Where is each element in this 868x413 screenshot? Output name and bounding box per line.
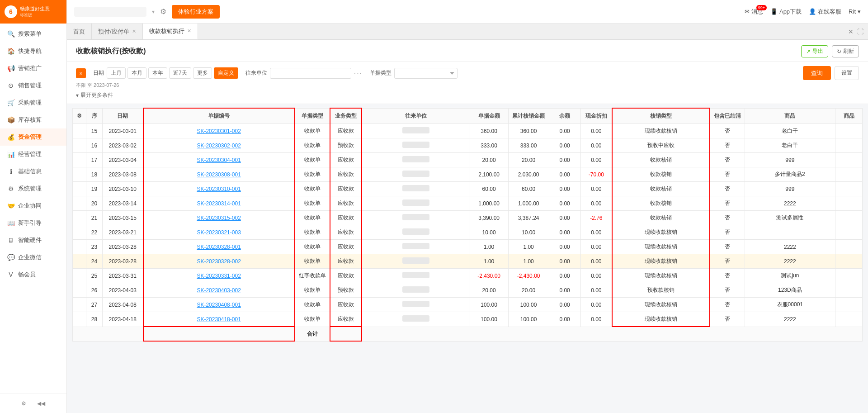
sidebar-item-member[interactable]: V畅会员 — [0, 266, 66, 283]
cell-gear — [73, 196, 86, 211]
sn-link[interactable]: SK-20230403-002 — [197, 287, 241, 294]
cell-cumul: 100.00 — [508, 312, 549, 327]
cell-doctype: 收款单 — [295, 167, 330, 182]
sidebar-item-search[interactable]: 🔍搜索菜单 — [0, 25, 66, 43]
tab-close-prepay-icon[interactable]: ✕ — [132, 28, 136, 34]
topbar-right: ✉ 消息 99+ 📱 App下载 👤 在线客服 Rit ▾ — [745, 8, 861, 16]
sidebar-collapse-btn[interactable]: ◀◀ — [33, 398, 50, 409]
cell-goods: 老白干 — [745, 124, 835, 138]
tab-close-all-icon[interactable]: ✕ — [848, 28, 854, 35]
sidebar-item-system[interactable]: ⚙系统管理 — [0, 180, 66, 197]
sn-link[interactable]: SK-20230328-001 — [197, 244, 241, 250]
cell-amount: 360.00 — [470, 124, 508, 138]
sn-link[interactable]: SK-20230418-001 — [197, 316, 241, 323]
sidebar-item-inventory[interactable]: 📦库存核算 — [0, 111, 66, 128]
sn-link[interactable]: SK-20230310-001 — [197, 186, 241, 192]
solution-button[interactable]: 体验行业方案 — [172, 5, 220, 19]
cell-goods2 — [835, 298, 863, 312]
sidebar-icon-guide: 📖 — [7, 219, 14, 227]
table-row: 24 2023-03-28 SK-20230328-002 收款单 应收款 1.… — [73, 254, 863, 269]
table-row: 27 2023-04-08 SK-20230408-001 收款单 应收款 10… — [73, 298, 863, 312]
refresh-button[interactable]: ↻ 刷新 — [832, 45, 859, 57]
tab-label-prepay: 预付/应付单 — [98, 28, 129, 36]
cell-date: 2023-04-18 — [103, 312, 143, 327]
last-month-btn[interactable]: 上月 — [107, 67, 126, 79]
settings-button[interactable]: 设置 — [835, 66, 859, 80]
sidebar-icon-search: 🔍 — [7, 30, 14, 38]
sidebar-item-ops[interactable]: 📊经营管理 — [0, 146, 66, 163]
cell-partner — [362, 196, 470, 211]
tab-home[interactable]: 首页 — [67, 24, 92, 39]
sidebar-item-purchase[interactable]: 🛒采购管理 — [0, 94, 66, 111]
user-menu[interactable]: Rit ▾ — [849, 8, 861, 15]
sidebar-item-guide[interactable]: 📖新手引导 — [0, 214, 66, 232]
table-row: 22 2023-03-21 SK-20230321-003 收款单 应收款 10… — [73, 225, 863, 240]
this-month-btn[interactable]: 本月 — [127, 67, 146, 79]
message-button[interactable]: ✉ 消息 99+ — [745, 8, 763, 16]
sidebar-item-finance[interactable]: 💰资金管理 — [0, 128, 66, 146]
table-wrapper[interactable]: ⚙ 序 日期 单据编号 单据类型 业务类型 往来单位 单据金额 累计核销金额 余… — [67, 104, 868, 413]
sn-link[interactable]: SK-20230408-001 — [197, 302, 241, 308]
export-button[interactable]: ↗ 导出 — [801, 45, 828, 57]
tab-maximize-icon[interactable]: ⛶ — [857, 28, 863, 35]
sidebar-item-marketing[interactable]: 📢营销推广 — [0, 60, 66, 77]
app-download-button[interactable]: 📱 App下载 — [770, 8, 802, 16]
cell-goods2 — [835, 312, 863, 327]
sidebar-label-member: 畅会员 — [18, 271, 36, 279]
sidebar-item-base[interactable]: ℹ基础信息 — [0, 163, 66, 180]
sn-link[interactable]: SK-20230331-002 — [197, 273, 241, 279]
this-year-btn[interactable]: 本年 — [148, 67, 167, 79]
sidebar-item-corp[interactable]: 🤝企业协同 — [0, 197, 66, 214]
sn-link[interactable]: SK-20230308-001 — [197, 171, 241, 178]
cell-biztype: 应收款 — [330, 153, 362, 167]
custom-date-btn[interactable]: 自定义 — [214, 67, 238, 79]
cell-gear — [73, 182, 86, 196]
sidebar-item-sales[interactable]: ⊙销售管理 — [0, 77, 66, 94]
sn-link[interactable]: SK-20230302-002 — [197, 142, 241, 149]
online-service-button[interactable]: 👤 在线客服 — [809, 8, 841, 16]
sidebar-item-hardware[interactable]: 🖥智能硬件 — [0, 232, 66, 249]
sidebar-label-search: 搜索菜单 — [18, 30, 42, 38]
partner-filter-input[interactable] — [270, 68, 351, 79]
partner-blur — [402, 127, 429, 133]
sidebar-label-system: 系统管理 — [18, 185, 42, 193]
cell-goods: 999 — [745, 153, 835, 167]
query-button[interactable]: 查询 — [803, 66, 831, 80]
sn-link[interactable]: SK-20230314-001 — [197, 200, 241, 207]
cell-no: 20 — [86, 196, 103, 211]
sn-link[interactable]: SK-20230328-002 — [197, 258, 241, 265]
cell-cumul: 20.00 — [508, 283, 549, 298]
expand-filter-button[interactable]: ▾ 展开更多条件 — [76, 91, 859, 99]
sn-link[interactable]: SK-20230321-003 — [197, 229, 241, 236]
partner-blur — [402, 286, 429, 293]
tab-close-write-off-icon[interactable]: ✕ — [187, 28, 191, 34]
cell-sn: SK-20230301-002 — [143, 124, 295, 138]
sidebar-settings-btn[interactable]: ⚙ — [17, 398, 31, 409]
cell-discount: 0.00 — [580, 138, 612, 153]
topbar-gear-icon[interactable]: ⚙ — [160, 7, 166, 16]
doctype-filter-select[interactable] — [394, 68, 458, 79]
page-header-actions: ↗ 导出 ↻ 刷新 — [801, 45, 859, 57]
filter-toggle-button[interactable]: » — [76, 68, 86, 78]
sn-link[interactable]: SK-20230304-001 — [197, 157, 241, 163]
sidebar-icon-inventory: 📦 — [7, 116, 14, 123]
more-date-btn[interactable]: 更多 — [193, 67, 212, 79]
sidebar-label-ops: 经营管理 — [18, 150, 42, 158]
sidebar-item-shortcuts[interactable]: 🏠快捷导航 — [0, 43, 66, 60]
cell-partner — [362, 254, 470, 269]
table-row: 21 2023-03-15 SK-20230315-002 收款单 应收款 3,… — [73, 211, 863, 225]
sidebar-icon-sales: ⊙ — [7, 82, 14, 89]
tab-prepay[interactable]: 预付/应付单✕ — [92, 24, 143, 39]
cell-writetype: 收款核销 — [612, 153, 709, 167]
date-options: 上月 本月 本年 近7天 更多 自定义 — [107, 67, 238, 79]
cell-goods: 测试多属性 — [745, 211, 835, 225]
sn-link[interactable]: SK-20230315-002 — [197, 215, 241, 221]
sidebar-item-wechat[interactable]: 💬企业微信 — [0, 249, 66, 266]
sn-link[interactable]: SK-20230301-002 — [197, 128, 241, 134]
last-7days-btn[interactable]: 近7天 — [169, 67, 191, 79]
doctype-filter-label: 单据类型 — [370, 69, 392, 77]
cell-amount: 1,000.00 — [470, 196, 508, 211]
cell-date: 2023-03-28 — [103, 254, 143, 269]
cell-biztype: 应收款 — [330, 225, 362, 240]
tab-write-off[interactable]: 收款核销执行✕ — [143, 24, 198, 39]
